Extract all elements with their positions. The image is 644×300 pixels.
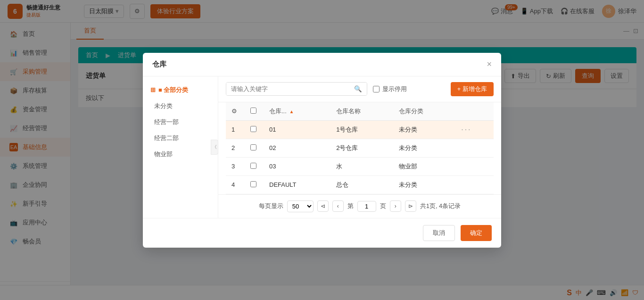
row-checkbox bbox=[245, 175, 264, 194]
row-actions: ··· bbox=[455, 120, 494, 139]
warehouse-modal: 仓库 × ⊞ ■ 全部分类 未分类 经营一部 经营二部 bbox=[143, 53, 501, 248]
page-label: 第 bbox=[347, 202, 354, 210]
row-name: 总仓 bbox=[330, 175, 393, 194]
search-input[interactable] bbox=[226, 83, 349, 95]
warehouse-table: ⚙ 仓库... ▲ 仓库名称 bbox=[226, 102, 494, 194]
next-page-button[interactable]: › bbox=[390, 200, 401, 212]
row-code: 03 bbox=[264, 157, 330, 175]
th-checkbox bbox=[245, 102, 264, 121]
row-actions bbox=[455, 139, 494, 157]
modal-title: 仓库 bbox=[152, 60, 166, 69]
table-head: ⚙ 仓库... ▲ 仓库名称 bbox=[226, 102, 494, 121]
pagination: 每页显示 50 10 20 100 ⊲ ‹ 第 页 › ⊳ 共1页, 4条记录 bbox=[218, 194, 501, 218]
total-info: 共1页, 4条记录 bbox=[420, 202, 461, 210]
row-name: 2号仓库 bbox=[330, 139, 393, 157]
grid-icon: ⊞ bbox=[150, 86, 156, 93]
per-page-select[interactable]: 50 10 20 100 bbox=[287, 200, 314, 212]
row-category: 物业部 bbox=[393, 157, 456, 175]
category-item-unclassified[interactable]: 未分类 bbox=[143, 98, 218, 114]
row-num: 2 bbox=[226, 139, 245, 157]
row-code: 02 bbox=[264, 139, 330, 157]
first-page-button[interactable]: ⊲ bbox=[317, 200, 329, 212]
row-num: 4 bbox=[226, 175, 245, 194]
sort-icon: ▲ bbox=[289, 109, 294, 114]
table-row[interactable]: 4 DEFAULT 总仓 未分类 bbox=[226, 175, 494, 194]
row-name: 1号仓库 bbox=[330, 120, 393, 139]
th-actions bbox=[455, 102, 494, 121]
warehouse-table-wrap: ⚙ 仓库... ▲ 仓库名称 bbox=[218, 102, 501, 194]
category-item-ops1[interactable]: 经营一部 bbox=[143, 114, 218, 130]
row-code: DEFAULT bbox=[264, 175, 330, 194]
show-disabled-checkbox[interactable] bbox=[373, 86, 380, 92]
add-warehouse-button[interactable]: + 新增仓库 bbox=[451, 82, 494, 96]
select-all-checkbox[interactable] bbox=[250, 108, 256, 114]
row-category: 未分类 bbox=[393, 175, 456, 194]
row-num: 3 bbox=[226, 157, 245, 175]
table-row[interactable]: 1 01 1号仓库 未分类 ··· bbox=[226, 120, 494, 139]
show-disabled-option: 显示停用 bbox=[373, 85, 407, 93]
modal-close-button[interactable]: × bbox=[487, 59, 492, 69]
row-actions bbox=[455, 175, 494, 194]
modal-overlay[interactable]: 仓库 × ⊞ ■ 全部分类 未分类 经营一部 经营二部 bbox=[0, 0, 644, 300]
page-suffix: 页 bbox=[380, 202, 386, 210]
row-checkbox bbox=[245, 120, 264, 139]
row-checkbox bbox=[245, 139, 264, 157]
modal-body: ⊞ ■ 全部分类 未分类 经营一部 经营二部 物业部 《 bbox=[143, 76, 501, 218]
confirm-button[interactable]: 确定 bbox=[461, 225, 492, 241]
per-page-label: 每页显示 bbox=[259, 202, 283, 210]
category-item-ops2[interactable]: 经营二部 bbox=[143, 130, 218, 146]
th-name: 仓库名称 bbox=[330, 102, 393, 121]
content-toolbar: 🔍 显示停用 + 新增仓库 bbox=[218, 76, 501, 102]
content-panel: 🔍 显示停用 + 新增仓库 ⚙ bbox=[218, 76, 501, 218]
last-page-button[interactable]: ⊳ bbox=[405, 200, 416, 212]
table-body: 1 01 1号仓库 未分类 ··· 2 02 2 bbox=[226, 120, 494, 194]
page-number-input[interactable] bbox=[357, 201, 376, 212]
th-code: 仓库... ▲ bbox=[264, 102, 330, 121]
row-checkbox bbox=[245, 157, 264, 175]
cancel-button[interactable]: 取消 bbox=[423, 225, 455, 241]
gear-icon: ⚙ bbox=[231, 108, 237, 115]
row-num: 1 bbox=[226, 120, 245, 139]
row-actions bbox=[455, 157, 494, 175]
panel-collapse-button[interactable]: 《 bbox=[211, 140, 218, 155]
table-row[interactable]: 3 03 水 物业部 bbox=[226, 157, 494, 175]
th-gear: ⚙ bbox=[226, 102, 245, 121]
prev-page-button[interactable]: ‹ bbox=[332, 200, 344, 212]
show-disabled-label: 显示停用 bbox=[382, 85, 407, 93]
search-button[interactable]: 🔍 bbox=[349, 83, 367, 95]
modal-header: 仓库 × bbox=[143, 53, 501, 76]
all-categories-button[interactable]: ⊞ ■ 全部分类 bbox=[143, 82, 218, 98]
row-name: 水 bbox=[330, 157, 393, 175]
category-item-property[interactable]: 物业部 bbox=[143, 146, 218, 162]
row-category: 未分类 bbox=[393, 120, 456, 139]
category-panel: ⊞ ■ 全部分类 未分类 经营一部 经营二部 物业部 《 bbox=[143, 76, 218, 218]
search-input-wrap: 🔍 bbox=[226, 82, 367, 96]
modal-footer: 取消 确定 bbox=[143, 218, 501, 248]
row-category: 未分类 bbox=[393, 139, 456, 157]
table-row[interactable]: 2 02 2号仓库 未分类 bbox=[226, 139, 494, 157]
row-code: 01 bbox=[264, 120, 330, 139]
th-category: 仓库分类 bbox=[393, 102, 456, 121]
